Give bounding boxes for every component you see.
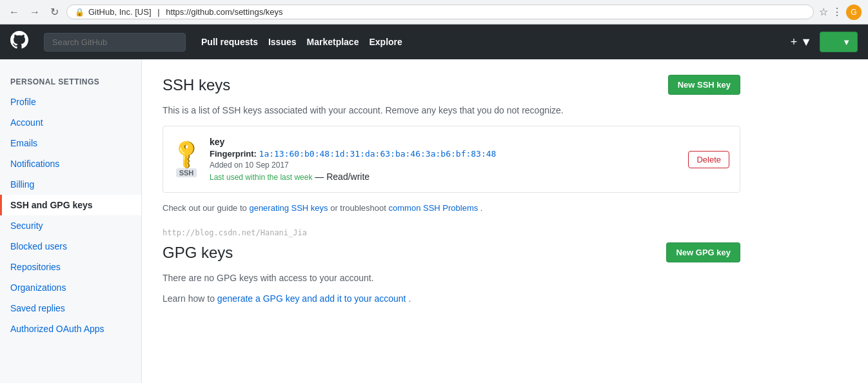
search-input[interactable] [44,33,186,52]
guide-text-start: Check out our guide to [163,203,249,213]
user-dropdown-icon: ▼ [842,37,851,47]
page-layout: Personal settings Profile Account Emails… [0,59,868,383]
key-icon: 🔑 [168,135,204,171]
common-ssh-problems-link[interactable]: common SSH Problems [389,203,478,213]
main-content: SSH keys New SSH key This is a list of S… [142,59,761,383]
sidebar-heading: Personal settings [0,72,141,92]
nav-links: Pull requests Issues Marketplace Explore [201,37,402,47]
gpg-section-title: GPG keys [163,244,233,262]
user-menu-button[interactable]: ▼ [820,32,858,52]
sidebar-item-repositories[interactable]: Repositories [0,257,141,277]
key-last-used-line: Last used within the last week — Read/wr… [210,172,678,182]
guide-text-end: . [480,203,483,213]
sidebar-item-oauth-apps[interactable]: Authorized OAuth Apps [0,319,141,339]
back-button[interactable]: ← [6,5,22,19]
guide-text-middle: or troubleshoot [330,203,388,213]
browser-bar: ← → ↻ 🔒 GitHub, Inc. [US] | https://gith… [0,0,868,25]
nav-explore[interactable]: Explore [369,37,402,47]
ssh-section-header: SSH keys New SSH key [163,75,740,95]
nav-issues[interactable]: Issues [268,37,297,47]
user-avatar [827,35,840,48]
sidebar: Personal settings Profile Account Emails… [0,59,142,383]
lock-icon: 🔒 [75,8,84,17]
gpg-no-keys-text: There are no GPG keys with access to you… [163,273,740,283]
sidebar-item-blocked-users[interactable]: Blocked users [0,236,141,257]
key-last-used: Last used within the last week [210,173,312,182]
key-icon-box: 🔑 SSH [173,141,199,177]
generate-gpg-key-link[interactable]: generate a GPG key and add it to your ac… [217,293,406,304]
forward-button[interactable]: → [27,5,43,19]
address-company: GitHub, Inc. [US] [88,7,152,17]
ssh-key-card: 🔑 SSH key Fingerprint: 1a:13:60:b0:48:1d… [163,126,740,193]
gpg-section-header: GPG keys New GPG key [163,242,740,262]
new-item-button[interactable]: + ▼ [788,33,814,52]
sidebar-item-profile[interactable]: Profile [0,92,141,112]
address-url: https://github.com/settings/keys [166,7,282,17]
bookmark-button[interactable]: ☆ [819,6,828,18]
learn-text-end: . [408,293,411,304]
browser-avatar: G [846,5,862,20]
new-gpg-key-button[interactable]: New GPG key [666,242,740,262]
watermark: http://blog.csdn.net/Hanani_Jia [163,228,740,237]
delete-key-button[interactable]: Delete [688,151,729,168]
browser-actions: ☆ ⋮ G [819,5,862,20]
ssh-section-title: SSH keys [163,76,230,94]
sidebar-item-security[interactable]: Security [0,215,141,236]
key-name: key [210,137,678,147]
sidebar-item-saved-replies[interactable]: Saved replies [0,298,141,319]
key-last-used-suffix: — Read/write [315,172,370,182]
key-added: Added on 10 Sep 2017 [210,161,678,170]
extensions-button[interactable]: ⋮ [832,6,842,18]
key-fingerprint: Fingerprint: 1a:13:60:b0:48:1d:31:da:63:… [210,149,678,159]
ssh-guide-text: Check out our guide to generating SSH ke… [163,203,740,213]
address-bar[interactable]: 🔒 GitHub, Inc. [US] | https://github.com… [66,5,814,19]
key-info: key Fingerprint: 1a:13:60:b0:48:1d:31:da… [210,137,678,182]
fingerprint-label: Fingerprint: [210,149,257,159]
ssh-section-description: This is a list of SSH keys associated wi… [163,105,740,115]
nav-right: + ▼ ▼ [788,32,858,52]
nav-marketplace[interactable]: Marketplace [307,37,359,47]
sidebar-item-billing[interactable]: Billing [0,174,141,195]
nav-pull-requests[interactable]: Pull requests [201,37,258,47]
gpg-section: GPG keys New GPG key There are no GPG ke… [163,242,740,304]
new-ssh-key-button[interactable]: New SSH key [668,75,740,95]
sidebar-item-ssh-gpg-keys[interactable]: SSH and GPG keys [0,195,141,215]
generating-ssh-keys-link[interactable]: generating SSH keys [249,203,328,213]
github-nav: Pull requests Issues Marketplace Explore… [0,25,868,59]
github-logo[interactable] [10,31,28,53]
refresh-button[interactable]: ↻ [48,5,61,19]
sidebar-item-organizations[interactable]: Organizations [0,277,141,298]
sidebar-item-account[interactable]: Account [0,112,141,133]
fingerprint-value: 1a:13:60:b0:48:1d:31:da:63:ba:46:3a:b6:b… [259,149,497,159]
gpg-learn-text: Learn how to generate a GPG key and add … [163,293,740,304]
sidebar-item-emails[interactable]: Emails [0,133,141,153]
learn-text-start: Learn how to [163,293,217,304]
sidebar-item-notifications[interactable]: Notifications [0,153,141,174]
